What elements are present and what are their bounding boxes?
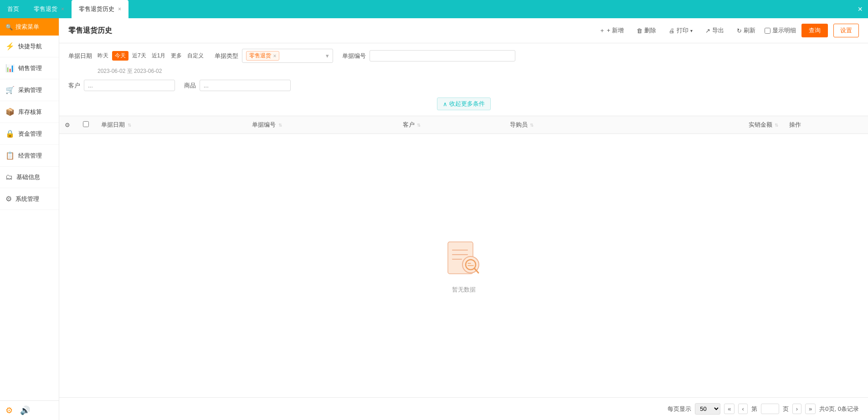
sidebar-bottom: ⚙ 🔊: [0, 400, 59, 420]
goods-filter-group: 商品: [184, 80, 291, 91]
sys-icon: ⚙: [5, 195, 12, 203]
doc-type-filter-group: 单据类型 零售退货 × ▾: [215, 49, 333, 63]
date-range-display: 2023-06-02 至 2023-06-02: [98, 67, 859, 75]
collapse-row: ∧ 收起更多条件: [68, 96, 859, 110]
collapse-label: 收起更多条件: [449, 100, 485, 108]
volume-icon[interactable]: 🔊: [20, 405, 30, 415]
first-page-button[interactable]: «: [724, 404, 734, 414]
show-detail-label: 显示明细: [772, 26, 796, 35]
page-size-label: 每页显示: [668, 405, 691, 413]
tab-retail-return[interactable]: 零售退货 ×: [26, 0, 72, 18]
table-wrap: ⚙ 单据日期 ⇅ 单据编号 ⇅: [59, 116, 868, 397]
tab-retail-return-close[interactable]: ×: [61, 6, 64, 12]
query-button[interactable]: 查询: [801, 24, 828, 37]
doc-type-tag-close[interactable]: ×: [273, 53, 276, 59]
filter-area: 单据日期 昨天 今天 近7天 近1月 更多 自定义 单据类型: [59, 43, 868, 116]
content-area: 零售退货历史 ＋ + 新增 🗑 删除 🖨 打印 ▾ ↗ 导出: [59, 18, 868, 420]
sales-icon: 📊: [5, 64, 15, 72]
page-size-select[interactable]: 50 20 100: [695, 403, 720, 415]
doc-type-tag: 零售退货 ×: [246, 51, 279, 61]
page-input[interactable]: 1: [761, 404, 779, 414]
customer-input[interactable]: [84, 80, 175, 91]
customer-filter-group: 客户: [68, 80, 175, 91]
sidebar-item-basic-info[interactable]: 🗂 基础信息: [0, 167, 59, 188]
window-close-button[interactable]: ×: [858, 5, 863, 14]
tab-retail-return-history-close[interactable]: ×: [118, 6, 121, 12]
next-page-button[interactable]: ›: [792, 404, 801, 414]
date-btn-more[interactable]: 更多: [169, 51, 184, 61]
pagination: 每页显示 50 20 100 « ‹ 第 1 页 › » 共0页, 0条记录: [59, 397, 868, 420]
select-all-checkbox[interactable]: [83, 121, 89, 127]
print-button[interactable]: 🖨 打印 ▾: [665, 25, 696, 36]
date-btn-custom[interactable]: 自定义: [185, 51, 205, 61]
customer-sort-icon: ⇅: [417, 123, 421, 128]
date-btn-yesterday[interactable]: 昨天: [96, 51, 110, 61]
amount-sort-icon: ⇅: [775, 123, 778, 128]
col-action: 操作: [784, 116, 868, 134]
date-btn-today[interactable]: 今天: [112, 51, 128, 61]
delete-icon: 🗑: [637, 27, 642, 34]
basic-info-icon: 🗂: [5, 173, 13, 181]
tab-retail-return-history[interactable]: 零售退货历史 ×: [72, 0, 128, 18]
header-actions: ＋ + 新增 🗑 删除 🖨 打印 ▾ ↗ 导出 ↻: [596, 24, 859, 37]
sidebar-item-purchase-mgmt[interactable]: 🛒 采购管理: [0, 79, 59, 101]
new-button[interactable]: ＋ + 新增: [596, 25, 627, 36]
empty-text: 暂无数据: [452, 286, 476, 294]
doc-no-input[interactable]: [370, 50, 515, 61]
main-layout: 🔍 搜索菜单 ⚡ 快捷导航 📊 销售管理 🛒 采购管理 📦 库存核算 🔒 资金管…: [0, 18, 868, 420]
delete-button[interactable]: 🗑 删除: [633, 25, 660, 36]
show-detail-checkbox[interactable]: [765, 28, 770, 34]
col-settings: ⚙: [59, 116, 77, 134]
goods-input[interactable]: [200, 80, 291, 91]
tab-home[interactable]: 首页: [0, 0, 26, 18]
sidebar-item-sys-mgmt[interactable]: ⚙ 系统管理: [0, 188, 59, 210]
sidebar-item-label: 基础信息: [16, 173, 40, 181]
doc-type-select[interactable]: 零售退货 × ▾: [242, 49, 333, 63]
top-bar: 首页 零售退货 × 零售退货历史 × ×: [0, 0, 868, 18]
col-customer: 客户 ⇅: [397, 116, 504, 134]
sidebar-item-label: 销售管理: [18, 64, 42, 72]
date-range-text: 2023-06-02 至 2023-06-02: [98, 68, 162, 74]
prev-page-button[interactable]: ‹: [738, 404, 747, 414]
sidebar-item-sales-mgmt[interactable]: 📊 销售管理: [0, 57, 59, 79]
sidebar-item-quick-nav[interactable]: ⚡ 快捷导航: [0, 36, 59, 57]
filter-row-1: 单据日期 昨天 今天 近7天 近1月 更多 自定义 单据类型: [68, 49, 859, 63]
sidebar-search[interactable]: 🔍 搜索菜单: [0, 18, 59, 36]
col-settings-icon[interactable]: ⚙: [65, 122, 70, 128]
empty-state: 暂无数据: [59, 134, 868, 397]
collapse-button[interactable]: ∧ 收起更多条件: [437, 97, 491, 110]
print-icon: 🖨: [669, 27, 675, 34]
guide-sort-icon: ⇅: [530, 123, 534, 128]
page-label-prefix: 第: [751, 405, 757, 413]
search-icon: 🔍: [5, 24, 13, 31]
operations-icon: 📋: [5, 151, 15, 160]
refresh-button[interactable]: ↻ 刷新: [733, 25, 759, 36]
customer-label: 客户: [68, 82, 80, 90]
sidebar-item-operations[interactable]: 📋 经营管理: [0, 145, 59, 167]
data-table: ⚙ 单据日期 ⇅ 单据编号 ⇅: [59, 116, 868, 134]
filter-row-2: 客户 商品: [68, 80, 859, 91]
page-label-suffix: 页: [783, 405, 789, 413]
no-sort-icon: ⇅: [278, 123, 282, 128]
export-button[interactable]: ↗ 导出: [702, 25, 728, 36]
goods-label: 商品: [184, 82, 196, 90]
sidebar-item-inventory[interactable]: 📦 库存核算: [0, 101, 59, 123]
empty-illustration: [441, 237, 487, 278]
date-label: 单据日期: [68, 52, 92, 60]
sidebar: 🔍 搜索菜单 ⚡ 快捷导航 📊 销售管理 🛒 采购管理 📦 库存核算 🔒 资金管…: [0, 18, 59, 420]
settings-gear-icon[interactable]: ⚙: [5, 405, 13, 415]
sidebar-item-label: 经营管理: [18, 152, 42, 160]
page-title: 零售退货历史: [68, 26, 112, 36]
doc-type-chevron-icon: ▾: [326, 52, 329, 59]
date-btn-7days[interactable]: 近7天: [130, 51, 148, 61]
date-btn-1month[interactable]: 近1月: [150, 51, 168, 61]
last-page-button[interactable]: »: [805, 404, 816, 414]
date-filter-group: 单据日期 昨天 今天 近7天 近1月 更多 自定义: [68, 51, 205, 61]
date-buttons: 昨天 今天 近7天 近1月 更多 自定义: [96, 51, 205, 61]
col-no: 单据编号 ⇅: [247, 116, 397, 134]
setting-button[interactable]: 设置: [833, 24, 859, 37]
sidebar-item-label: 快捷导航: [18, 42, 42, 51]
sidebar-item-finance[interactable]: 🔒 资金管理: [0, 123, 59, 145]
sidebar-item-label: 采购管理: [18, 86, 42, 94]
purchase-icon: 🛒: [5, 86, 15, 94]
